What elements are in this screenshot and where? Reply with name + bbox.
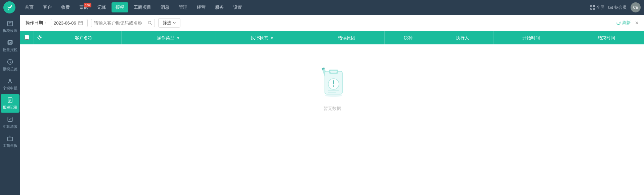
nav-home[interactable]: 首页 bbox=[21, 2, 38, 12]
th-settings[interactable] bbox=[34, 31, 46, 44]
nav-accounting[interactable]: 记账 bbox=[93, 2, 110, 12]
svg-rect-17 bbox=[8, 137, 13, 141]
sort-icon-status: ▼ bbox=[270, 36, 273, 40]
nav-items: 首页 客户 收费 票据 new 记账 报税 工商项目 消息 管理 经营 服务 设… bbox=[21, 2, 590, 12]
th-checkbox[interactable] bbox=[20, 31, 34, 44]
th-operation-type[interactable]: 操作类型 ▼ bbox=[121, 31, 215, 44]
nav-billing[interactable]: 收费 bbox=[57, 2, 74, 12]
svg-rect-3 bbox=[593, 8, 595, 9]
nav-invoice[interactable]: 票据 new bbox=[75, 2, 92, 12]
refresh-button[interactable]: 刷新 bbox=[616, 20, 631, 26]
date-input[interactable]: 2023-06-06 bbox=[51, 19, 88, 27]
nav-right: 全屏 畅会员 CE bbox=[590, 2, 641, 12]
svg-line-23 bbox=[151, 24, 152, 25]
svg-rect-1 bbox=[593, 5, 595, 7]
chevron-down-icon bbox=[173, 21, 176, 25]
sidebar-item-tax-record[interactable]: 报税记录 bbox=[1, 94, 19, 113]
th-client-name: 客户名称 bbox=[46, 31, 121, 44]
date-label: 操作日期： bbox=[26, 20, 47, 26]
search-wrap[interactable] bbox=[91, 19, 155, 27]
select-all-checkbox[interactable] bbox=[25, 35, 29, 40]
nav-service[interactable]: 服务 bbox=[211, 2, 228, 12]
settings-icon bbox=[37, 35, 42, 40]
svg-point-36 bbox=[325, 94, 342, 97]
sidebar-item-tax-settings[interactable]: 报税设置 bbox=[1, 17, 19, 36]
sidebar-item-annual-settlement[interactable]: 汇算清缴 bbox=[1, 113, 19, 132]
svg-rect-5 bbox=[8, 21, 13, 26]
refresh-icon bbox=[616, 21, 621, 25]
svg-point-11 bbox=[9, 79, 11, 81]
search-input[interactable] bbox=[94, 21, 146, 26]
svg-rect-0 bbox=[591, 5, 592, 7]
sidebar-item-business-annual[interactable]: 工商年报 bbox=[1, 132, 19, 151]
th-tax-type: 税种 bbox=[385, 31, 432, 44]
th-exec-status[interactable]: 执行状态 ▼ bbox=[215, 31, 309, 44]
search-icon bbox=[148, 21, 152, 25]
content-area: 操作日期： 2023-06-06 筛选 bbox=[20, 15, 644, 195]
toolbar: 操作日期： 2023-06-06 筛选 bbox=[20, 15, 644, 31]
th-error-reason: 错误原因 bbox=[309, 31, 385, 44]
svg-rect-32 bbox=[333, 80, 334, 84]
svg-rect-18 bbox=[79, 21, 83, 25]
toolbar-right: 刷新 × bbox=[616, 20, 639, 26]
svg-rect-2 bbox=[591, 8, 592, 9]
close-button[interactable]: × bbox=[635, 20, 639, 26]
avatar[interactable]: CE bbox=[631, 2, 641, 12]
nav-manage[interactable]: 管理 bbox=[175, 2, 191, 12]
member-btn[interactable]: 畅会员 bbox=[608, 5, 627, 10]
calendar-icon bbox=[78, 21, 83, 25]
member-label: 畅会员 bbox=[614, 5, 627, 10]
th-start-time: 开始时间 bbox=[493, 31, 569, 44]
sidebar-item-tax-overview[interactable]: 报税总览 bbox=[1, 56, 19, 74]
nav-tax[interactable]: 报税 bbox=[112, 2, 128, 12]
sidebar-item-batch-tax[interactable]: 批量报税 bbox=[1, 37, 19, 55]
svg-point-24 bbox=[39, 37, 41, 38]
svg-rect-33 bbox=[333, 85, 334, 87]
empty-icon bbox=[315, 65, 349, 102]
fullscreen-label: 全屏 bbox=[596, 5, 604, 10]
empty-state: 暂无数据 bbox=[20, 44, 644, 132]
sidebar: 报税设置 批量报税 报税总览 个税申报 报税 bbox=[0, 15, 20, 195]
nav-operation[interactable]: 经营 bbox=[193, 2, 210, 12]
th-end-time: 结束时间 bbox=[569, 31, 644, 44]
nav-client[interactable]: 客户 bbox=[39, 2, 56, 12]
date-value: 2023-06-06 bbox=[54, 21, 76, 26]
th-executor: 执行人 bbox=[432, 31, 493, 44]
top-nav: 首页 客户 收费 票据 new 记账 报税 工商项目 消息 管理 经营 服务 设… bbox=[0, 0, 644, 15]
new-badge: new bbox=[84, 3, 91, 7]
logo[interactable] bbox=[3, 1, 15, 13]
nav-business[interactable]: 工商项目 bbox=[130, 2, 155, 12]
sort-icon-operation: ▼ bbox=[176, 36, 180, 40]
sidebar-item-personal-tax[interactable]: 个税申报 bbox=[1, 75, 19, 93]
fullscreen-btn[interactable]: 全屏 bbox=[590, 5, 604, 10]
data-table: 客户名称 操作类型 ▼ 执行状态 ▼ 错误原因 bbox=[20, 31, 644, 132]
table-wrap: 客户名称 操作类型 ▼ 执行状态 ▼ 错误原因 bbox=[20, 31, 644, 195]
filter-button[interactable]: 筛选 bbox=[158, 18, 180, 28]
main-layout: 报税设置 批量报税 报税总览 个税申报 报税 bbox=[0, 15, 644, 195]
svg-rect-30 bbox=[330, 71, 337, 73]
nav-settings[interactable]: 设置 bbox=[229, 2, 246, 12]
nav-message[interactable]: 消息 bbox=[157, 2, 173, 12]
empty-text: 暂无数据 bbox=[324, 106, 341, 112]
table-header-row: 客户名称 操作类型 ▼ 执行状态 ▼ 错误原因 bbox=[20, 31, 644, 44]
